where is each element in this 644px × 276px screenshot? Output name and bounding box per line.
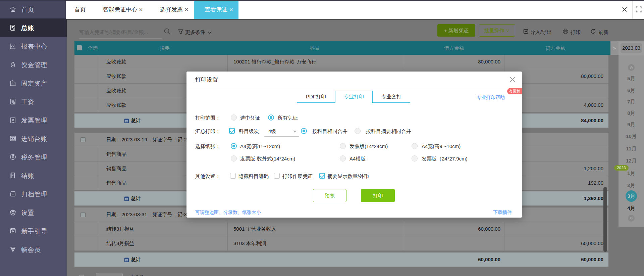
svg-text:总: 总 [125, 121, 128, 123]
svg-text:总: 总 [125, 260, 128, 262]
svg-text:总: 总 [125, 198, 128, 200]
